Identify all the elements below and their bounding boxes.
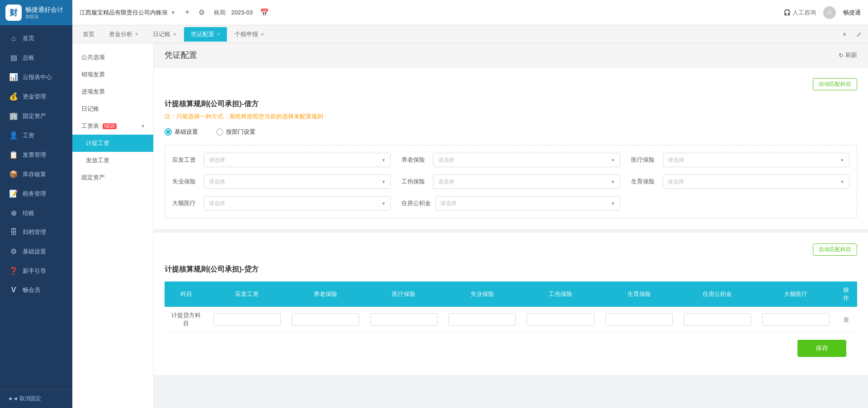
sidebar-item-inventory[interactable]: 📦 库存核算 xyxy=(0,164,72,184)
sidebar-nav: ⌂ 首页 ▤ 总账 📊 云报表中心 💰 资金管理 🏢 固定资产 👤 工资 📋 发… xyxy=(0,25,72,389)
input-zhufang[interactable] xyxy=(684,313,751,326)
page-content: 凭证配置 ↻ 刷新 自动匹配科目 计提核算规则(公司承担)-借方 注：只能选择一… xyxy=(154,43,868,408)
field-zhufang: 住房公积金 请选择 ▼ xyxy=(401,196,620,211)
add-company-button[interactable]: + xyxy=(181,6,193,19)
select-placeholder: 请选择 xyxy=(438,156,454,164)
menu-item-label: 固定资产 xyxy=(81,174,105,182)
sidebar-item-fund[interactable]: 💰 资金管理 xyxy=(0,87,72,106)
sidebar-item-label: 基础设置 xyxy=(23,248,46,256)
close-tab-button[interactable]: × xyxy=(839,29,850,40)
menu-item-pay-salary[interactable]: 发放工资 xyxy=(72,152,153,169)
input-yanglao[interactable] xyxy=(292,313,359,326)
sidebar-item-close[interactable]: ⊕ 结账 xyxy=(0,203,72,223)
tab-label: 首页 xyxy=(83,30,94,38)
sidebar-item-label: 新手引导 xyxy=(23,267,46,275)
col-action: 操作 xyxy=(835,281,857,307)
select-placeholder: 请选择 xyxy=(668,156,684,164)
input-yiliao[interactable] xyxy=(370,313,438,326)
tab-tax-report[interactable]: 个税申报 × xyxy=(228,27,271,42)
sidebar-item-salary[interactable]: 👤 工资 xyxy=(0,126,72,145)
tab-home[interactable]: 首页 xyxy=(76,27,101,42)
field-label: 失业保险 xyxy=(172,178,199,186)
menu-item-public[interactable]: 公共选项 xyxy=(72,49,153,66)
field-yanglao: 养老保险 请选择 ▼ xyxy=(401,153,620,167)
refresh-label: 刷新 xyxy=(845,51,857,59)
menu-item-salary-table[interactable]: 工资表 NEW ▾ xyxy=(72,117,153,135)
tab-close-icon[interactable]: × xyxy=(173,32,176,37)
menu-item-purchase[interactable]: 进项发票 xyxy=(72,83,153,100)
sidebar-item-label: 固定资产 xyxy=(23,112,46,120)
sidebar-item-archive[interactable]: 🗄 归档管理 xyxy=(0,223,72,242)
menu-item-sales[interactable]: 销项发票 xyxy=(72,66,153,83)
chevron-down-icon: ▼ xyxy=(381,201,386,206)
tab-fund-analysis[interactable]: 资金分析 × xyxy=(102,27,145,42)
input-shiye[interactable] xyxy=(448,313,516,326)
settings-button[interactable]: ⚙ xyxy=(198,8,205,17)
select-gongshang[interactable]: 请选择 ▼ xyxy=(433,174,620,189)
expand-button[interactable]: ⤢ xyxy=(854,29,864,40)
asset-icon: 🏢 xyxy=(9,112,18,120)
tab-close-icon[interactable]: × xyxy=(217,32,220,37)
menu-item-label: 发放工资 xyxy=(86,157,109,164)
sidebar-item-ledger[interactable]: ▤ 总账 xyxy=(0,48,72,67)
sidebar-item-guide[interactable]: ❓ 新手引导 xyxy=(0,261,72,281)
radio-basic[interactable]: 基础设置 xyxy=(165,128,198,136)
debit-auto-match-area: 自动匹配科目 xyxy=(165,78,857,96)
select-zhufang[interactable]: 请选择 ▼ xyxy=(435,196,620,211)
home-icon: ⌂ xyxy=(9,34,18,42)
col-shengyu: 生育保险 xyxy=(600,281,678,307)
sidebar-item-label: 总账 xyxy=(23,54,34,62)
select-yanglao[interactable]: 请选择 ▼ xyxy=(433,153,620,167)
input-daer[interactable] xyxy=(762,313,830,326)
field-shiye: 失业保险 请选择 ▼ xyxy=(172,174,391,189)
unpin-label: ◄◄ 取消固定 xyxy=(7,395,41,403)
chevron-down-icon: ▼ xyxy=(381,158,386,163)
menu-item-fixed-asset[interactable]: 固定资产 xyxy=(72,169,153,186)
select-shiye[interactable]: 请选择 ▼ xyxy=(204,174,391,189)
sidebar-item-member[interactable]: V 畅会员 xyxy=(0,281,72,300)
col-yanglao: 养老保险 xyxy=(286,281,364,307)
menu-item-diary[interactable]: 日记账 xyxy=(72,100,153,117)
input-shengyu[interactable] xyxy=(605,313,673,326)
left-menu: 公共选项 销项发票 进项发票 日记账 工资表 NEW ▾ 计提工资 xyxy=(72,43,154,408)
credit-auto-match-button[interactable]: 自动匹配科目 xyxy=(813,244,857,256)
sidebar-item-home[interactable]: ⌂ 首页 xyxy=(0,29,72,48)
input-yingfa[interactable] xyxy=(213,313,281,326)
save-section: 保存 xyxy=(165,333,857,364)
sidebar-item-report[interactable]: 📊 云报表中心 xyxy=(0,67,72,87)
delete-row-button[interactable]: 🗑 xyxy=(843,316,849,323)
sidebar-item-invoice[interactable]: 📋 发票管理 xyxy=(0,145,72,164)
tab-diary[interactable]: 日记账 × xyxy=(146,27,183,42)
select-yingfa[interactable]: 请选择 ▼ xyxy=(204,153,391,167)
sidebar-item-label: 税务管理 xyxy=(23,190,46,198)
debit-auto-match-button[interactable]: 自动匹配科目 xyxy=(813,78,857,90)
unpin-button[interactable]: ◄◄ 取消固定 xyxy=(0,389,72,408)
radio-dept[interactable]: 按部门设置 xyxy=(216,128,255,136)
menu-item-advance-salary[interactable]: 计提工资 xyxy=(72,135,153,152)
calendar-icon[interactable]: 📅 xyxy=(260,8,269,17)
credit-section-title: 计提核算规则(公司承担)-贷方 xyxy=(165,265,857,274)
field-gongshang: 工伤保险 请选择 ▼ xyxy=(401,174,620,189)
save-button[interactable]: 保存 xyxy=(797,340,846,357)
select-yiliao[interactable]: 请选择 ▼ xyxy=(663,153,849,167)
radio-dept-label: 按部门设置 xyxy=(226,128,255,136)
sidebar-item-settings[interactable]: ⚙ 基础设置 xyxy=(0,242,72,261)
tab-voucher-config[interactable]: 凭证配置 × xyxy=(184,27,227,42)
company-selector[interactable]: 江西服宝精品有限责任公司内账张 ▼ xyxy=(80,9,176,17)
period-label: 账期 xyxy=(214,9,226,17)
field-empty xyxy=(631,196,849,211)
page-header: 凭证配置 ↻ 刷新 xyxy=(154,43,868,67)
input-gongshang[interactable] xyxy=(527,313,594,326)
select-daer[interactable]: 请选择 ▼ xyxy=(204,196,391,211)
select-placeholder: 请选择 xyxy=(440,200,457,207)
tab-close-icon[interactable]: × xyxy=(261,32,264,37)
tabs-bar: 首页 资金分析 × 日记账 × 凭证配置 × 个税申报 × × ⤢ xyxy=(72,25,868,43)
select-shengyu[interactable]: 请选择 ▼ xyxy=(663,174,849,189)
support-button[interactable]: 🎧 人工咨询 xyxy=(783,9,816,17)
refresh-button[interactable]: ↻ 刷新 xyxy=(839,51,857,59)
sidebar-item-tax[interactable]: 📝 税务管理 xyxy=(0,184,72,203)
salary-icon: 👤 xyxy=(9,131,18,140)
sidebar-item-asset[interactable]: 🏢 固定资产 xyxy=(0,106,72,126)
invoice-icon: 📋 xyxy=(9,150,18,159)
tab-close-icon[interactable]: × xyxy=(135,32,138,37)
